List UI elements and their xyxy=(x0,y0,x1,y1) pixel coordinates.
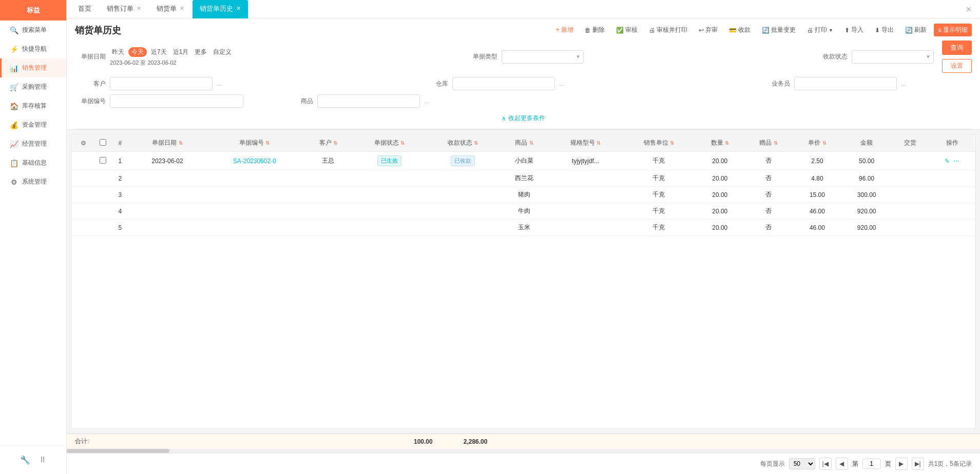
sort-date-icon[interactable]: ⇅ xyxy=(179,140,183,146)
doc-type-select[interactable] xyxy=(502,50,584,64)
date-chip-1month[interactable]: 近1月 xyxy=(171,47,191,57)
settings-bottom-icon[interactable]: 🔧 xyxy=(20,455,30,465)
th-date[interactable]: 单据日期 ⇅ xyxy=(130,134,205,152)
cell-doc-no[interactable] xyxy=(205,170,304,187)
cell-actions[interactable]: ✎ ⋯ xyxy=(929,152,975,170)
refresh-button[interactable]: 🔄 刷新 xyxy=(901,24,931,36)
cell-checkbox[interactable] xyxy=(95,170,110,187)
export-button[interactable]: ⬇ 导出 xyxy=(871,24,898,36)
th-qty[interactable]: 数量 ⇅ xyxy=(696,134,744,152)
cell-doc-no[interactable]: SA-20230602-0 xyxy=(205,152,304,170)
page-prev-button[interactable]: ◀ xyxy=(836,458,848,470)
query-button[interactable]: 查询 xyxy=(942,41,972,55)
sort-unit-price-icon[interactable]: ⇅ xyxy=(822,140,827,146)
import-button[interactable]: ⬆ 导入 xyxy=(840,24,868,36)
sidebar-item-purchase[interactable]: 🛒 采购管理 xyxy=(0,77,66,96)
scrollbar-thumb[interactable] xyxy=(67,449,169,453)
cell-checkbox[interactable] xyxy=(95,187,110,203)
tab-home[interactable]: 首页 xyxy=(71,0,99,18)
sort-unit-icon[interactable]: ⇅ xyxy=(670,140,674,146)
cell-actions[interactable] xyxy=(929,187,975,203)
tab-sales-history-close[interactable]: ✕ xyxy=(236,5,241,12)
date-chip-more[interactable]: 更多 xyxy=(193,47,209,57)
tab-sales-delivery-close[interactable]: ✕ xyxy=(180,5,184,12)
goods-ellipsis[interactable]: ... xyxy=(424,97,429,105)
th-unit[interactable]: 销售单位 ⇅ xyxy=(622,134,696,152)
sort-gift-icon[interactable]: ⇅ xyxy=(774,140,778,146)
sort-doc-no-icon[interactable]: ⇅ xyxy=(265,140,270,146)
tab-sales-order[interactable]: 销售订单 ✕ xyxy=(100,0,148,18)
cell-checkbox[interactable] xyxy=(95,203,110,220)
sort-qty-icon[interactable]: ⇅ xyxy=(725,140,729,146)
select-all-checkbox[interactable] xyxy=(100,139,106,146)
row-checkbox[interactable] xyxy=(100,157,106,164)
cell-actions[interactable] xyxy=(929,220,975,236)
th-customer[interactable]: 客户 ⇅ xyxy=(304,134,353,152)
window-close-icon[interactable]: ✕ xyxy=(962,5,976,13)
customer-input[interactable] xyxy=(110,77,213,90)
th-gear[interactable]: ⚙ xyxy=(71,134,95,152)
sidebar-item-quick-nav[interactable]: ⚡ 快捷导航 xyxy=(0,40,66,58)
collect-button[interactable]: 💳 收款 xyxy=(725,24,755,36)
customer-ellipsis[interactable]: ... xyxy=(217,80,222,87)
more-conditions-toggle[interactable]: ∧ 收起更多条件 xyxy=(502,112,545,125)
more-action[interactable]: ⋯ xyxy=(952,157,960,165)
sort-spec-icon[interactable]: ⇅ xyxy=(597,140,601,146)
th-spec[interactable]: 规格型号 ⇅ xyxy=(549,134,622,152)
th-doc-status[interactable]: 单据状态 ⇅ xyxy=(353,134,426,152)
date-chip-7days[interactable]: 近7天 xyxy=(149,47,169,57)
cell-actions[interactable] xyxy=(929,170,975,187)
show-detail-button[interactable]: ≡ 显示明细 xyxy=(934,24,972,36)
print-review-button[interactable]: 🖨 审核并打印 xyxy=(645,24,691,36)
date-chip-yesterday[interactable]: 昨天 xyxy=(110,47,126,57)
tab-sales-history[interactable]: 销货单历史 ✕ xyxy=(193,0,248,18)
sort-goods-icon[interactable]: ⇅ xyxy=(529,140,533,146)
new-button[interactable]: + 新增 xyxy=(552,24,578,36)
page-last-button[interactable]: ▶| xyxy=(912,458,924,470)
date-chip-custom[interactable]: 自定义 xyxy=(211,47,234,57)
edit-action[interactable]: ✎ xyxy=(944,157,951,165)
cell-doc-no[interactable] xyxy=(205,220,304,236)
page-next-button[interactable]: ▶ xyxy=(895,458,908,470)
sidebar-item-finance[interactable]: 💰 资金管理 xyxy=(0,115,66,134)
page-first-button[interactable]: |◀ xyxy=(819,458,832,470)
sort-customer-icon[interactable]: ⇅ xyxy=(333,140,337,146)
sidebar-item-system[interactable]: ⚙ 系统管理 xyxy=(0,172,66,191)
page-size-select[interactable]: 20 50 100 xyxy=(789,458,815,469)
doc-no-input[interactable] xyxy=(110,94,243,108)
sidebar-item-inventory[interactable]: 🏠 库存核算 xyxy=(0,96,66,115)
page-number-input[interactable] xyxy=(862,459,881,469)
review-button[interactable]: ✅ 审核 xyxy=(612,24,642,36)
collect-status-select[interactable] xyxy=(852,50,934,64)
th-gift[interactable]: 赠品 ⇅ xyxy=(744,134,793,152)
batch-change-button[interactable]: 🔄 批量变更 xyxy=(758,24,800,36)
th-collect-status[interactable]: 收款状态 ⇅ xyxy=(426,134,499,152)
sidebar-item-sales[interactable]: 📊 销售管理 xyxy=(0,58,66,77)
goods-input[interactable] xyxy=(317,94,420,108)
sidebar-item-operation[interactable]: 📈 经营管理 xyxy=(0,134,66,153)
abandon-button[interactable]: ↩ 弃审 xyxy=(695,24,722,36)
th-doc-no[interactable]: 单据编号 ⇅ xyxy=(205,134,304,152)
warehouse-ellipsis[interactable]: ... xyxy=(559,80,564,87)
warehouse-input[interactable] xyxy=(452,77,555,90)
cell-actions[interactable] xyxy=(929,203,975,220)
tab-sales-delivery[interactable]: 销货单 ✕ xyxy=(149,0,191,18)
doc-no-link[interactable]: SA-20230602-0 xyxy=(233,157,276,165)
date-chip-today[interactable]: 今天 xyxy=(128,47,147,57)
setting-button[interactable]: 设置 xyxy=(942,59,972,73)
cell-checkbox[interactable] xyxy=(95,152,110,170)
tab-sales-order-close[interactable]: ✕ xyxy=(137,5,141,12)
salesperson-input[interactable] xyxy=(794,77,897,90)
delete-button[interactable]: 🗑 删除 xyxy=(581,24,609,36)
sidebar-item-search[interactable]: 🔍 搜索菜单 xyxy=(0,21,66,40)
th-checkbox[interactable] xyxy=(95,134,110,152)
horizontal-scrollbar[interactable] xyxy=(67,449,980,453)
pause-bottom-icon[interactable]: ⏸ xyxy=(39,455,47,465)
cell-checkbox[interactable] xyxy=(95,220,110,236)
sort-collect-status-icon[interactable]: ⇅ xyxy=(474,140,478,146)
th-unit-price[interactable]: 单价 ⇅ xyxy=(793,134,842,152)
print-button[interactable]: 🖨 打印 ▼ xyxy=(803,24,837,36)
sidebar-item-basic-info[interactable]: 📋 基础信息 xyxy=(0,153,66,172)
salesperson-ellipsis[interactable]: ... xyxy=(901,80,906,87)
cell-doc-no[interactable] xyxy=(205,187,304,203)
